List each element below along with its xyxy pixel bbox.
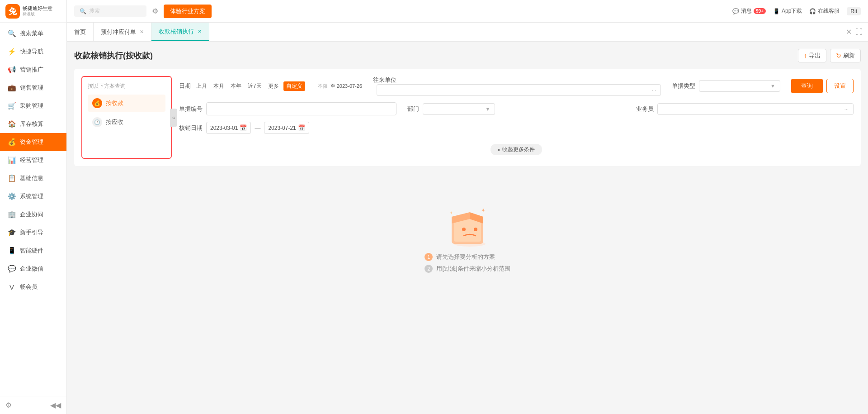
last-month-btn[interactable]: 上月 — [194, 81, 209, 91]
collapse-more-button[interactable]: « 收起更多条件 — [491, 144, 542, 155]
sidebar-item-销售管理[interactable]: 💼销售管理 — [0, 79, 66, 97]
sidebar-item-基础信息[interactable]: 📋基础信息 — [0, 169, 66, 187]
search-placeholder: 搜索 — [89, 7, 100, 15]
nav-label-6: 资金管理 — [20, 138, 43, 146]
counterpart-select[interactable]: ··· — [377, 84, 661, 96]
nav-icon-5: 🏠 — [7, 119, 16, 128]
nav-icon-8: 📋 — [7, 174, 16, 183]
chevron-down-icon: ▼ — [770, 83, 775, 89]
nav-label-2: 营销推广 — [20, 66, 43, 74]
filter-sidebar: 按以下方案查询 💰 按收款 🕐 按应收 « — [81, 76, 172, 159]
page-actions: ↑ 导出 ↻ 刷新 — [798, 49, 861, 62]
nav-label-1: 快捷导航 — [20, 48, 43, 56]
sidebar-item-企业微信[interactable]: 💬企业微信 — [0, 260, 66, 278]
doc-no-input[interactable] — [206, 102, 396, 115]
dept-label: 部门 — [407, 105, 419, 113]
verify-date-end-input[interactable]: 2023-07-21 📅 — [264, 122, 309, 134]
tab-close-2[interactable]: ✕ — [198, 29, 202, 34]
solution-button[interactable]: 体验行业方案 — [164, 5, 212, 18]
hint-num-1: 1 — [425, 253, 433, 261]
filter-option-receipt-label: 按收款 — [106, 99, 123, 107]
topbar: 🔍 搜索 ⚙ 体验行业方案 💬 消息 99+ 📱 App下载 🎧 在线客服 Ri… — [67, 0, 868, 23]
refresh-button[interactable]: ↻ 刷新 — [830, 49, 861, 62]
empty-hint-1: 1 请先选择要分析的方案 — [425, 253, 510, 261]
expand-icon[interactable]: ⛶ — [855, 28, 863, 36]
filter-sidebar-title: 按以下方案查询 — [88, 82, 165, 90]
message-item[interactable]: 💬 消息 99+ — [732, 7, 766, 15]
nav-label-11: 新手引导 — [20, 228, 43, 237]
filter-option-by-receivable[interactable]: 🕐 按应收 — [88, 114, 165, 131]
sidebar-item-新手引导[interactable]: 🎓新手引导 — [0, 224, 66, 242]
date-quick-buttons: 上月 本月 本年 近7天 更多 自定义 — [194, 81, 305, 91]
nav-label-7: 经营管理 — [20, 156, 43, 164]
sidebar-item-搜索菜单[interactable]: 🔍搜索菜单 — [0, 24, 66, 43]
search-form: 日期 上月 本月 本年 近7天 更多 自定义 不限 至 2023-07-26 — [179, 76, 854, 159]
filter-area: 按以下方案查询 💰 按收款 🕐 按应收 « 日期 — [74, 69, 861, 166]
collapse-more-icon: « — [498, 147, 501, 153]
collapse-more-label: 收起更多条件 — [502, 146, 535, 153]
custom-date-btn[interactable]: 自定义 — [283, 81, 305, 91]
no-limit-label: 不限 — [318, 83, 328, 90]
sidebar-item-企业协同[interactable]: 🏢企业协同 — [0, 205, 66, 224]
query-button[interactable]: 查询 — [791, 79, 823, 93]
app-download-item[interactable]: 📱 App下载 — [773, 7, 802, 15]
sidebar-item-库存核算[interactable]: 🏠库存核算 — [0, 115, 66, 133]
nav-label-14: 畅会员 — [20, 283, 38, 291]
tab-close-1[interactable]: ✕ — [140, 29, 144, 35]
staff-more-icon[interactable]: ··· — [844, 106, 849, 112]
nav-icon-1: ⚡ — [7, 47, 16, 56]
settings-icon[interactable]: ⚙ — [152, 7, 158, 15]
close-tab-icon[interactable]: ✕ — [846, 28, 852, 36]
form-row-2: 单据编号 部门 ▼ 业务员 ··· — [179, 102, 854, 115]
sidebar-item-经营管理[interactable]: 📊经营管理 — [0, 151, 66, 169]
svg-text:✦: ✦ — [481, 207, 486, 214]
page-content: 收款核销执行(按收款) ↑ 导出 ↻ 刷新 按以下方案查询 💰 按收款 — [67, 42, 868, 414]
online-service-item[interactable]: 🎧 在线客服 — [809, 7, 840, 15]
nav-icon-9: ⚙️ — [7, 192, 16, 201]
topbar-left: 🔍 搜索 ⚙ 体验行业方案 — [74, 5, 212, 18]
export-button[interactable]: ↑ 导出 — [798, 49, 826, 62]
dept-select[interactable]: ▼ — [423, 103, 495, 115]
topbar-right: 💬 消息 99+ 📱 App下载 🎧 在线客服 Rit — [732, 7, 861, 15]
nav-icon-6: 💰 — [7, 138, 16, 147]
this-month-btn[interactable]: 本月 — [212, 81, 226, 91]
tab-2[interactable]: 收款核销执行✕ — [151, 23, 209, 41]
sidebar-item-营销推广[interactable]: 📢营销推广 — [0, 61, 66, 79]
receivable-icon: 🕐 — [92, 117, 102, 127]
sidebar-item-畅会员[interactable]: V畅会员 — [0, 278, 66, 296]
this-year-btn[interactable]: 本年 — [229, 81, 243, 91]
staff-select[interactable]: ··· — [657, 103, 854, 115]
staff-label: 业务员 — [636, 105, 654, 113]
sidebar-item-系统管理[interactable]: ⚙️系统管理 — [0, 187, 66, 205]
verify-date-label: 核销日期 — [179, 124, 203, 132]
hint-text-1: 请先选择要分析的方案 — [436, 253, 495, 261]
sidebar-item-采购管理[interactable]: 🛒采购管理 — [0, 97, 66, 115]
tab-1[interactable]: 预付冲应付单✕ — [94, 23, 151, 41]
action-row: 查询 设置 — [791, 79, 854, 93]
headset-icon: 🎧 — [809, 8, 816, 14]
date-to-label: 至 2023-07-26 — [330, 83, 362, 90]
tab-label-1: 预付冲应付单 — [101, 28, 136, 36]
last-7-days-btn[interactable]: 近7天 — [246, 81, 264, 91]
sidebar-item-智能硬件[interactable]: 📱智能硬件 — [0, 242, 66, 260]
calendar-start-icon: 📅 — [240, 124, 247, 131]
verify-date-start-input[interactable]: 2023-03-01 📅 — [206, 122, 251, 134]
topbar-search-box[interactable]: 🔍 搜索 — [74, 5, 146, 17]
counterpart-more-icon[interactable]: ··· — [652, 87, 656, 93]
nav-icon-3: 💼 — [7, 83, 16, 92]
doc-type-select[interactable]: ▼ — [699, 80, 780, 92]
settings-button[interactable]: 设置 — [826, 79, 854, 93]
doc-no-field: 单据编号 — [179, 102, 396, 115]
refresh-icon: ↻ — [836, 52, 841, 59]
settings-icon[interactable]: ⚙ — [5, 401, 12, 409]
sidebar-item-资金管理[interactable]: 💰资金管理 — [0, 133, 66, 151]
verify-date-end-value: 2023-07-21 — [268, 125, 296, 131]
tab-0[interactable]: 首页 — [67, 23, 94, 41]
filter-option-by-receipt[interactable]: 💰 按收款 — [88, 95, 165, 112]
sidebar-item-快捷导航[interactable]: ⚡快捷导航 — [0, 43, 66, 61]
collapse-sidebar-btn[interactable]: « — [170, 109, 177, 127]
more-date-btn[interactable]: 更多 — [266, 81, 281, 91]
user-name[interactable]: Rit — [847, 7, 861, 15]
collapse-icon[interactable]: ◀◀ — [50, 401, 61, 409]
svg-point-6 — [474, 228, 477, 231]
